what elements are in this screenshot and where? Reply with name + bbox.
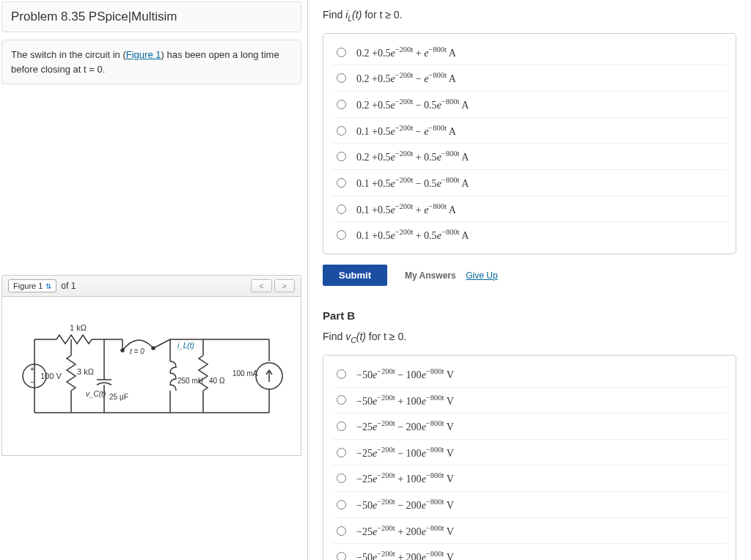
- radio-input[interactable]: [337, 126, 346, 136]
- figure-link[interactable]: Figure 1: [126, 49, 161, 60]
- svg-text:v_C(t): v_C(t): [86, 390, 106, 398]
- option-row[interactable]: 0.1 +0.5e−200t + 0.5e−800t A: [332, 222, 727, 248]
- part-a-question: Find iL(t) for t ≥ 0.: [323, 6, 736, 26]
- svg-text:100 mA: 100 mA: [232, 369, 258, 377]
- part-a-options: 0.2 +0.5e−200t + e−800t A0.2 +0.5e−200t …: [323, 33, 736, 254]
- svg-point-5: [121, 349, 124, 352]
- svg-text:+: +: [30, 365, 34, 373]
- part-b-options: −50e−200t − 100e−800t V−50e−200t + 100e−…: [323, 355, 736, 560]
- radio-input[interactable]: [337, 395, 346, 405]
- option-row[interactable]: 0.1 +0.5e−200t − e−800t A: [332, 118, 727, 144]
- option-expression: −50e−200t − 200e−800t V: [356, 498, 454, 512]
- option-row[interactable]: 0.2 +0.5e−200t − e−800t A: [332, 65, 727, 92]
- option-expression: −25e−200t − 100e−800t V: [356, 446, 454, 460]
- radio-input[interactable]: [337, 205, 346, 214]
- radio-input[interactable]: [337, 474, 346, 483]
- part-b-question: Find vC(t) for t ≥ 0.: [323, 328, 736, 347]
- radio-input[interactable]: [337, 369, 346, 379]
- radio-input[interactable]: [337, 500, 346, 509]
- option-row[interactable]: −50e−200t − 100e−800t V: [332, 361, 727, 388]
- option-expression: 0.1 +0.5e−200t + e−800t A: [356, 202, 456, 216]
- problem-title: Problem 8.35 PSpice|Multisim: [1, 1, 301, 32]
- option-row[interactable]: 0.2 +0.5e−200t + e−800t A: [332, 40, 727, 66]
- radio-input[interactable]: [337, 230, 346, 240]
- option-expression: −25e−200t + 100e−800t V: [356, 471, 454, 485]
- option-row[interactable]: −50e−200t − 200e−800t V: [332, 492, 727, 518]
- radio-input[interactable]: [337, 552, 346, 560]
- option-expression: 0.1 +0.5e−200t + 0.5e−800t A: [356, 228, 469, 242]
- svg-text:−: −: [30, 378, 34, 386]
- svg-text:250 mH: 250 mH: [177, 377, 203, 385]
- option-row[interactable]: −25e−200t − 200e−800t V: [332, 413, 727, 440]
- option-expression: −25e−200t − 200e−800t V: [356, 419, 454, 433]
- option-row[interactable]: −25e−200t + 100e−800t V: [332, 465, 727, 492]
- figure-prev-button[interactable]: <: [251, 279, 271, 292]
- figure-next-button[interactable]: >: [274, 279, 295, 292]
- option-expression: 0.1 +0.5e−200t − e−800t A: [356, 124, 456, 138]
- svg-text:100 V: 100 V: [40, 372, 62, 380]
- svg-text:40 Ω: 40 Ω: [209, 377, 225, 385]
- option-expression: −25e−200t + 200e−800t V: [356, 524, 454, 538]
- option-row[interactable]: 0.2 +0.5e−200t + 0.5e−800t A: [332, 144, 727, 170]
- radio-input[interactable]: [337, 73, 346, 83]
- option-expression: 0.2 +0.5e−200t + e−800t A: [356, 45, 456, 59]
- svg-text:1 kΩ: 1 kΩ: [70, 323, 87, 332]
- figure-panel: + − 1 kΩ 100 V 3 kΩ v_C(t) 25 μF t = 0 i…: [1, 297, 301, 456]
- give-up-link[interactable]: Give Up: [466, 270, 497, 281]
- option-row[interactable]: −50e−200t + 100e−800t V: [332, 388, 727, 414]
- problem-description: The switch in the circuit in (Figure 1) …: [1, 40, 301, 84]
- radio-input[interactable]: [337, 526, 346, 536]
- my-answers-label: My Answers: [405, 270, 456, 281]
- option-row[interactable]: −25e−200t + 200e−800t V: [332, 518, 727, 545]
- svg-text:i_L(t): i_L(t): [177, 342, 194, 350]
- option-expression: 0.2 +0.5e−200t − 0.5e−800t A: [356, 97, 469, 111]
- radio-input[interactable]: [337, 178, 346, 188]
- option-expression: −50e−200t − 100e−800t V: [356, 367, 454, 381]
- option-expression: 0.1 +0.5e−200t − 0.5e−800t A: [356, 176, 469, 190]
- option-row[interactable]: 0.1 +0.5e−200t − 0.5e−800t A: [332, 170, 727, 196]
- radio-input[interactable]: [337, 100, 346, 109]
- option-expression: −50e−200t + 200e−800t V: [356, 550, 454, 560]
- option-expression: −50e−200t + 100e−800t V: [356, 394, 454, 408]
- option-row[interactable]: 0.1 +0.5e−200t + e−800t A: [332, 196, 727, 223]
- radio-input[interactable]: [337, 152, 346, 161]
- figure-toolbar: Figure 1 ⇅ of 1 < >: [1, 275, 301, 297]
- option-row[interactable]: 0.2 +0.5e−200t − 0.5e−800t A: [332, 92, 727, 118]
- option-expression: 0.2 +0.5e−200t + 0.5e−800t A: [356, 150, 469, 163]
- circuit-diagram: + − 1 kΩ 100 V 3 kΩ v_C(t) 25 μF t = 0 i…: [12, 310, 291, 435]
- svg-text:3 kΩ: 3 kΩ: [77, 367, 94, 376]
- svg-line-7: [153, 339, 170, 348]
- radio-input[interactable]: [337, 448, 346, 457]
- radio-input[interactable]: [337, 48, 346, 57]
- chevron-updown-icon: ⇅: [45, 282, 51, 290]
- part-b-header: Part B: [323, 309, 736, 322]
- option-expression: 0.2 +0.5e−200t − e−800t A: [356, 71, 456, 85]
- option-row[interactable]: −50e−200t + 200e−800t V: [332, 544, 727, 560]
- figure-select[interactable]: Figure 1 ⇅: [8, 279, 56, 292]
- option-row[interactable]: −25e−200t − 100e−800t V: [332, 440, 727, 466]
- svg-text:t = 0: t = 0: [130, 347, 144, 355]
- svg-text:25 μF: 25 μF: [109, 393, 128, 401]
- radio-input[interactable]: [337, 421, 346, 431]
- submit-button[interactable]: Submit: [323, 265, 387, 286]
